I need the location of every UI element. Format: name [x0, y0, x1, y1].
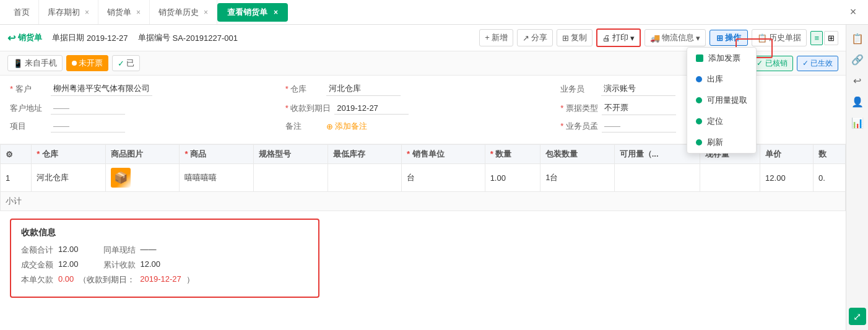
doc-number-item: 单据编号 SA-20191227-001 — [138, 32, 238, 43]
tab-view-sales-close[interactable]: × — [274, 8, 278, 17]
operation-dropdown: 添加发票 出库 可用量提取 定位 刷新 — [687, 47, 757, 154]
history-label: 历史单据 — [769, 32, 801, 43]
window-close-button[interactable]: × — [843, 2, 863, 22]
logistics-button[interactable]: 🚚 物流信息 ▾ — [644, 29, 706, 46]
row-unit: 台 — [402, 164, 485, 192]
dropdown-add-invoice[interactable]: 添加发票 — [687, 48, 756, 69]
staff-value: 演示账号 — [601, 82, 675, 96]
tab-history-close[interactable]: × — [204, 8, 208, 17]
row-amount: 0. — [813, 164, 845, 192]
grid-view-icon[interactable]: ⊞ — [824, 31, 838, 45]
add-button[interactable]: + 新增 — [479, 29, 513, 46]
doc-title-label: 销货单 — [18, 32, 42, 43]
tab-inventory[interactable]: 库存期初 × — [39, 0, 98, 24]
payment-row-3: 本单欠款 0.00 （收款到期日： 2019-12-27 ） — [21, 274, 308, 285]
warehouse-value[interactable]: 河北仓库 — [326, 82, 401, 96]
sidebar-expand-icon[interactable]: ⤢ — [849, 308, 866, 325]
tab-inventory-label: 库存期初 — [48, 7, 80, 18]
dropdown-outbound[interactable]: 出库 — [687, 69, 756, 90]
payment-title: 收款信息 — [21, 227, 308, 238]
deal-amount-key: 成交金额 — [21, 259, 53, 271]
share-button[interactable]: ↗ 分享 — [517, 29, 553, 46]
doc-actions: + 新增 ↗ 分享 ⊞ 复制 🖨 打印 ▾ — [479, 28, 838, 47]
cumulative-val: 12.00 — [141, 259, 161, 271]
col-min-stock: 最低库存 — [328, 145, 402, 164]
subtotal-label: 小计 — [1, 192, 846, 211]
row-no: 1 — [1, 164, 32, 192]
tab-history[interactable]: 销货单历史 × — [150, 0, 217, 24]
deal-amount-item: 成交金额 12.00 — [21, 259, 79, 271]
row-available — [614, 164, 700, 192]
ticket-status-button[interactable]: 未开票 — [66, 55, 108, 71]
ticket-value[interactable]: 不开票 — [602, 101, 676, 115]
col-qty: 数量 — [485, 145, 540, 164]
operation-button[interactable]: ⊞ 操作 — [710, 30, 748, 46]
doc-date-item: 单据日期 2019-12-27 — [52, 32, 128, 43]
sidebar-link-icon[interactable]: 🔗 — [849, 51, 866, 68]
toolbar2-left: 📱 来自手机 未开票 ✓ 已 — [7, 55, 140, 71]
dropdown-refresh[interactable]: 刷新 — [687, 132, 756, 153]
check-button[interactable]: ✓ 已 — [112, 55, 140, 71]
refresh-label: 刷新 — [707, 137, 723, 148]
history-button[interactable]: 📋 历史单据 — [752, 29, 807, 46]
balance-item: 本单欠款 0.00 （收款到期日： 2019-12-27 ） — [21, 274, 194, 285]
row-product: 嘻嘻嘻嘻 — [180, 164, 254, 192]
cumulative-item: 累计收款 12.00 — [103, 259, 161, 271]
customer-label: 客户 — [10, 84, 47, 95]
row-price: 12.00 — [760, 164, 814, 192]
dropdown-available-qty[interactable]: 可用量提取 — [687, 90, 756, 111]
col-settings[interactable]: ⚙ — [1, 145, 32, 164]
tab-sales-close[interactable]: × — [136, 8, 141, 17]
customer-value[interactable]: 柳州粤港平安气体有限公司 — [51, 82, 152, 96]
staff2-value: —— — [602, 120, 676, 132]
locate-icon — [696, 118, 702, 124]
print-button[interactable]: 🖨 打印 ▾ — [596, 28, 641, 47]
col-warehouse: 仓库 — [32, 145, 106, 164]
sidebar-reply-icon[interactable]: ↩ — [849, 72, 866, 89]
history-icon: 📋 — [757, 33, 767, 43]
sidebar-doc-icon[interactable]: 📋 — [849, 30, 866, 47]
table-row: 1 河北仓库 📦 嘻嘻嘻嘻 台 1.00 1台 — [1, 164, 846, 192]
deal-amount-val: 12.00 — [58, 259, 79, 271]
address-label: 客户地址 — [10, 103, 47, 114]
add-note-label: 添加备注 — [335, 121, 367, 132]
staff-label: 业务员 — [560, 84, 597, 95]
right-sidebar: 📋 🔗 ↩ 👤 📊 ⤢ — [846, 25, 868, 330]
tab-history-label: 销货单历史 — [158, 7, 199, 18]
row-warehouse: 河北仓库 — [32, 164, 106, 192]
tab-view-sales[interactable]: 查看销货单 × — [217, 3, 288, 22]
due-date-value[interactable]: 2019-12-27 — [334, 102, 409, 115]
list-view-icon[interactable]: ≡ — [810, 31, 823, 45]
row-spec — [253, 164, 328, 192]
from-phone-button[interactable]: 📱 来自手机 — [7, 55, 63, 71]
tab-home-label: 首页 — [14, 7, 30, 18]
tab-inventory-close[interactable]: × — [85, 8, 89, 17]
sidebar-chart-icon[interactable]: 📊 — [849, 114, 866, 131]
add-note-button[interactable]: ⊕ 添加备注 — [326, 121, 367, 132]
logistics-arrow: ▾ — [696, 33, 700, 43]
add-invoice-label: 添加发票 — [708, 53, 740, 64]
check-icon: ✓ — [118, 59, 124, 68]
share-label: 分享 — [531, 32, 547, 43]
copy-button[interactable]: ⊞ 复制 — [557, 29, 592, 46]
dropdown-locate[interactable]: 定位 — [687, 111, 756, 132]
view-icons: ≡ ⊞ — [810, 31, 838, 45]
same-order-item: 同单现结 —— — [103, 245, 157, 256]
col-price: 单价 — [760, 145, 814, 164]
sidebar-user-icon[interactable]: 👤 — [849, 93, 866, 110]
doc-number-value: SA-20191227-001 — [173, 33, 238, 43]
balance-suffix: （收款到期日： — [79, 274, 135, 285]
doc-title: ↩ 销货单 — [7, 32, 42, 44]
same-order-val: —— — [141, 245, 157, 256]
subtotal-row: 小计 — [1, 192, 846, 211]
logistics-label: 物流信息 — [662, 32, 694, 43]
share-icon: ↗ — [523, 33, 529, 43]
ticket-label: 票据类型 — [560, 103, 598, 114]
logistics-icon: 🚚 — [650, 33, 660, 43]
operation-grid-icon: ⊞ — [716, 33, 723, 43]
tab-sales[interactable]: 销货单 × — [98, 0, 150, 24]
payment-box: 收款信息 金额合计 12.00 同单现结 —— 成交金额 12.00 — [10, 219, 319, 298]
tab-sales-label: 销货单 — [107, 7, 131, 18]
available-qty-icon — [696, 97, 702, 103]
tab-home[interactable]: 首页 — [5, 0, 39, 24]
